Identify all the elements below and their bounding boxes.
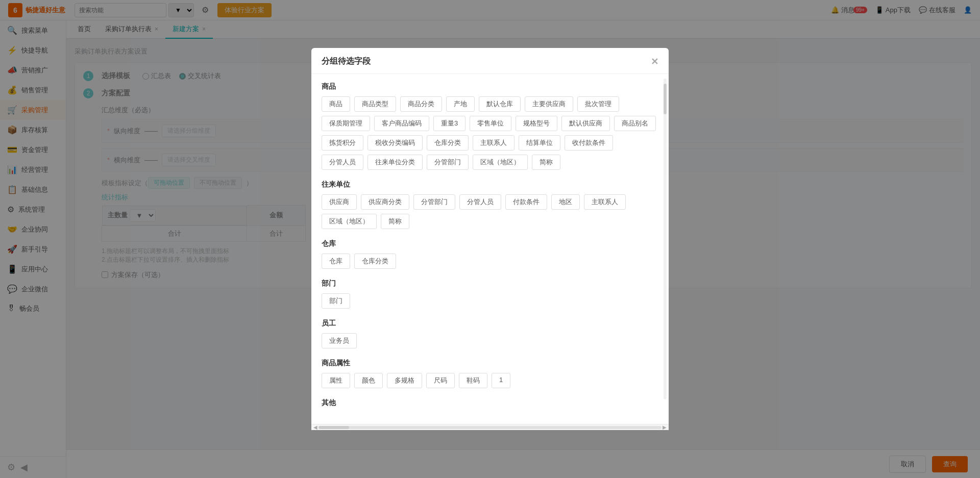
modal-close-button[interactable]: ✕ [651,56,658,67]
field-tag[interactable]: 1 [492,373,510,388]
field-tag[interactable]: 业务员 [322,333,357,348]
field-tag[interactable]: 税收分类编码 [368,135,423,150]
field-tags-warehouse: 仓库 仓库分类 [322,254,658,269]
field-tag[interactable]: 商品分类 [400,96,442,112]
group-title-warehouse: 仓库 [322,239,658,248]
field-group-partner: 往来单位 供应商 供应商分类 分管部门 分管人员 付款条件 地区 主联系人 区域… [322,180,658,229]
group-title-attr: 商品属性 [322,359,658,368]
field-group-other: 其他 [322,398,658,413]
field-tag[interactable]: 主联系人 [584,194,626,210]
field-tag[interactable]: 供应商分类 [361,194,409,210]
group-title-goods: 商品 [322,82,658,91]
field-tag[interactable]: 分管人员 [459,194,501,210]
field-group-staff: 员工 业务员 [322,319,658,348]
field-tag[interactable]: 分管部门 [427,155,469,170]
hscroll-right-arrow[interactable]: ▶ [662,424,668,430]
field-tag[interactable]: 批次管理 [577,96,619,112]
field-group-warehouse: 仓库 仓库 仓库分类 [322,239,658,269]
field-group-dept: 部门 部门 [322,279,658,309]
field-tag[interactable]: 客户商品编码 [374,116,429,131]
group-title-other: 其他 [322,398,658,408]
field-tags-staff: 业务员 [322,333,658,348]
field-tag[interactable]: 收付款条件 [565,135,613,150]
field-tag[interactable]: 保质期管理 [322,116,370,131]
field-tag[interactable]: 仓库分类 [427,135,469,150]
field-tag[interactable]: 拣货积分 [322,135,363,150]
modal-title: 分组待选字段 [322,56,371,67]
field-tag[interactable]: 属性 [322,373,350,388]
group-title-staff: 员工 [322,319,658,328]
field-tag[interactable]: 默认供应商 [561,116,610,131]
field-tag[interactable]: 多规格 [387,373,422,388]
field-tag[interactable]: 分管部门 [413,194,455,210]
modal-overlay: 分组待选字段 ✕ 商品 商品 商品类型 商品分类 产地 默认仓库 主要供应商 批… [0,0,980,478]
field-tag[interactable]: 供应商 [322,194,357,210]
field-group-attr: 商品属性 属性 颜色 多规格 尺码 鞋码 1 [322,359,658,388]
field-tag[interactable]: 仓库分类 [354,254,396,269]
field-tag[interactable]: 商品类型 [354,96,396,112]
modal: 分组待选字段 ✕ 商品 商品 商品类型 商品分类 产地 默认仓库 主要供应商 批… [311,48,669,431]
hscroll-left-arrow[interactable]: ◀ [312,424,318,430]
field-tag[interactable]: 区域（地区） [473,155,528,170]
field-tag[interactable]: 分管人员 [322,155,363,170]
field-tag[interactable]: 规格型号 [516,116,557,131]
hscroll-thumb[interactable] [318,426,349,429]
field-tag[interactable]: 零售单位 [470,116,511,131]
field-tag[interactable]: 商品别名 [614,116,656,131]
modal-header: 分组待选字段 ✕ [311,48,669,74]
field-tag[interactable]: 结算单位 [519,135,560,150]
field-tag[interactable]: 默认仓库 [479,96,521,112]
hscroll-track [318,426,662,429]
field-tags-goods: 商品 商品类型 商品分类 产地 默认仓库 主要供应商 批次管理 保质期管理 客户… [322,96,658,170]
field-tag[interactable]: 尺码 [426,373,455,388]
modal-hscroll: ◀ ▶ [311,424,669,430]
field-tags-attr: 属性 颜色 多规格 尺码 鞋码 1 [322,373,658,388]
field-tag[interactable]: 往来单位分类 [368,155,423,170]
modal-vscroll-thumb[interactable] [664,84,667,114]
group-title-partner: 往来单位 [322,180,658,189]
modal-vscroll-track [664,79,667,400]
field-tag[interactable]: 重量3 [433,116,465,131]
field-tag[interactable]: 仓库 [322,254,350,269]
field-tag[interactable]: 主要供应商 [525,96,573,112]
field-tag[interactable]: 地区 [551,194,580,210]
field-tags-dept: 部门 [322,293,658,309]
field-tag[interactable]: 区域（地区） [322,214,377,229]
field-tags-partner: 供应商 供应商分类 分管部门 分管人员 付款条件 地区 主联系人 区域（地区） … [322,194,658,229]
field-tag[interactable]: 部门 [322,293,350,309]
field-tag[interactable]: 商品 [322,96,350,112]
group-title-dept: 部门 [322,279,658,288]
field-tag[interactable]: 产地 [446,96,475,112]
field-tag[interactable]: 主联系人 [473,135,514,150]
field-tag[interactable]: 鞋码 [459,373,487,388]
field-tag[interactable]: 颜色 [354,373,383,388]
field-group-goods: 商品 商品 商品类型 商品分类 产地 默认仓库 主要供应商 批次管理 保质期管理… [322,82,658,170]
field-tag[interactable]: 简称 [532,155,560,170]
field-tag[interactable]: 简称 [381,214,409,229]
field-tag[interactable]: 付款条件 [505,194,547,210]
modal-body: 商品 商品 商品类型 商品分类 产地 默认仓库 主要供应商 批次管理 保质期管理… [311,74,669,424]
